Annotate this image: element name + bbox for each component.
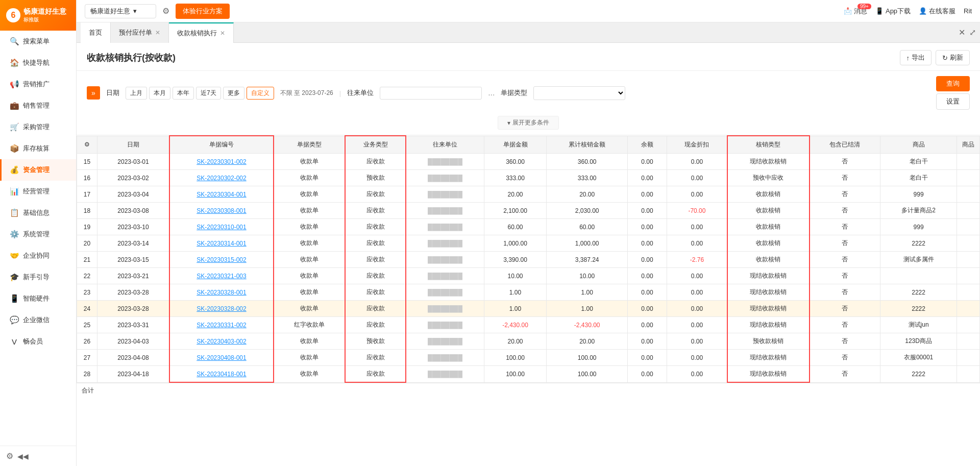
cell-bill-type: 收款单 [274,154,345,170]
sidebar-item-quicknav[interactable]: 🏠快捷导航 [0,52,76,73]
company-selector[interactable]: 畅康道好生意 ▾ [85,4,156,18]
sidebar-item-search[interactable]: 🔍搜索菜单 [0,31,76,52]
refresh-button[interactable]: ↻ 刷新 [936,50,970,65]
sidebar-label-system: 系统管理 [23,230,50,239]
cell-bill-no: SK-20230418-001 [169,366,274,383]
last-7days-button[interactable]: 近7天 [196,87,221,100]
sidebar-label-member: 畅会员 [23,337,43,346]
export-icon: ↑ [906,54,910,62]
bill-link[interactable]: SK-20230315-002 [197,256,246,263]
bill-link[interactable]: SK-20230408-001 [197,354,246,361]
topbar-gear-icon[interactable]: ⚙ [162,6,169,16]
voucher-type-select[interactable] [533,86,625,100]
cell-amount: 100.00 [484,350,546,366]
expand-conditions-button[interactable]: ▾ 展开更多条件 [498,116,559,130]
bill-link[interactable]: SK-20230301-002 [197,158,246,165]
column-settings-icon[interactable]: ⚙ [84,141,90,148]
this-month-button[interactable]: 本月 [149,87,170,100]
bill-link[interactable]: SK-20230321-003 [197,273,246,280]
cell-discount: 0.00 [667,350,727,366]
tab-prepay[interactable]: 预付应付单✕ [111,22,169,43]
sidebar-item-sales[interactable]: 💼销售管理 [0,95,76,116]
bill-link[interactable]: SK-20230314-001 [197,240,246,247]
cell-bill-no: SK-20230331-002 [169,317,274,333]
cell-included: 否 [810,284,880,301]
username-label[interactable]: Rit [964,7,972,15]
cell-biz-type: 应收款 [345,252,406,268]
bill-link[interactable]: SK-20230418-001 [197,371,246,378]
bill-link[interactable]: SK-20230328-002 [197,305,246,312]
cell-product1: 测试多属件 [880,252,957,268]
custom-date-button[interactable]: 自定义 [247,87,274,100]
bill-link[interactable]: SK-20230310-001 [197,224,246,231]
th-amount: 单据金额 [484,136,546,154]
this-year-button[interactable]: 本年 [173,87,194,100]
bill-link[interactable]: SK-20230403-002 [197,338,246,345]
cell-included: 否 [810,366,880,383]
sidebar-item-basic[interactable]: 📋基础信息 [0,202,76,224]
maximize-icon[interactable]: ⤢ [969,28,976,37]
cell-bill-type: 收款单 [274,350,345,366]
th-balance: 余额 [628,136,667,154]
more-date-button[interactable]: 更多 [223,87,244,100]
cell-balance: 0.00 [628,235,667,252]
sidebar-label-quicknav: 快捷导航 [23,58,50,67]
cell-amount: 20.00 [484,186,546,203]
export-button[interactable]: ↑ 导出 [900,50,932,65]
cell-amount: 1,000.00 [484,235,546,252]
sidebar-item-marketing[interactable]: 📢营销推广 [0,73,76,95]
settings-icon[interactable]: ⚙ [6,451,13,461]
sidebar-item-corp[interactable]: 🤝企业协同 [0,245,76,266]
cell-index: 23 [77,284,97,301]
bill-link[interactable]: SK-20230331-002 [197,322,246,329]
collapse-icon[interactable]: ◀◀ [17,452,29,460]
table-settings-button[interactable]: 设置 [936,93,970,110]
sidebar-item-guide[interactable]: 🎓新手引导 [0,266,76,288]
sidebar-item-operations[interactable]: 📊经营管理 [0,181,76,202]
close-tab-icon[interactable]: ✕ [959,28,965,37]
cell-bill-no: SK-20230328-002 [169,301,274,317]
bill-link[interactable]: SK-20230302-002 [197,175,246,182]
cell-included: 否 [810,350,880,366]
tab-home[interactable]: 首页 [81,22,111,43]
tab-close-prepay[interactable]: ✕ [155,29,160,36]
sidebar-item-wechat[interactable]: 💬企业微信 [0,309,76,331]
sidebar-item-inventory[interactable]: 📦库存核算 [0,138,76,159]
cell-write-off-type: 收款核销 [727,235,810,252]
cell-date: 2023-03-01 [97,154,170,170]
sidebar-item-member[interactable]: V畅会员 [0,331,76,352]
more-filters-icon[interactable]: ... [488,88,495,97]
filter-expand-button[interactable]: » [87,86,100,100]
cell-biz-type: 应收款 [345,186,406,203]
app-download-button[interactable]: 📱 App下载 [875,7,911,16]
th-product2: 商品 [957,136,980,154]
th-biz-type: 业务类型 [345,136,406,154]
sidebar-item-hardware[interactable]: 📱智能硬件 [0,288,76,309]
th-date: 日期 [97,136,170,154]
last-month-button[interactable]: 上月 [126,87,147,100]
tab-close-collect[interactable]: ✕ [220,30,225,37]
bill-link[interactable]: SK-20230308-001 [197,207,246,214]
cell-balance: 0.00 [628,301,667,317]
online-service-button[interactable]: 👤 在线客服 [919,7,955,16]
th-settings[interactable]: ⚙ [77,136,97,154]
th-included: 包含已结清 [810,136,880,154]
table-row: 21 2023-03-15 SK-20230315-002 收款单 应收款 ██… [77,252,980,268]
sidebar-label-search: 搜索菜单 [23,37,50,46]
counterpart-input[interactable] [380,87,482,100]
cell-biz-type: 应收款 [345,219,406,235]
cell-biz-type: 应收款 [345,284,406,301]
cell-counterpart: ████████ [406,252,484,268]
cell-bill-type: 红字收款单 [274,317,345,333]
solution-button[interactable]: 体验行业方案 [176,4,230,19]
sidebar-item-purchase[interactable]: 🛒采购管理 [0,116,76,138]
cell-cum-amount: 100.00 [547,366,628,383]
cell-balance: 0.00 [628,154,667,170]
sidebar-item-system[interactable]: ⚙️系统管理 [0,224,76,245]
bill-link[interactable]: SK-20230328-001 [197,289,246,296]
message-button[interactable]: 📩 消息 99+ [844,7,867,16]
sidebar-item-finance[interactable]: 💰资金管理 [0,159,76,181]
query-button[interactable]: 查询 [936,76,970,91]
tab-collect[interactable]: 收款核销执行✕ [169,22,234,43]
bill-link[interactable]: SK-20230304-001 [197,191,246,198]
